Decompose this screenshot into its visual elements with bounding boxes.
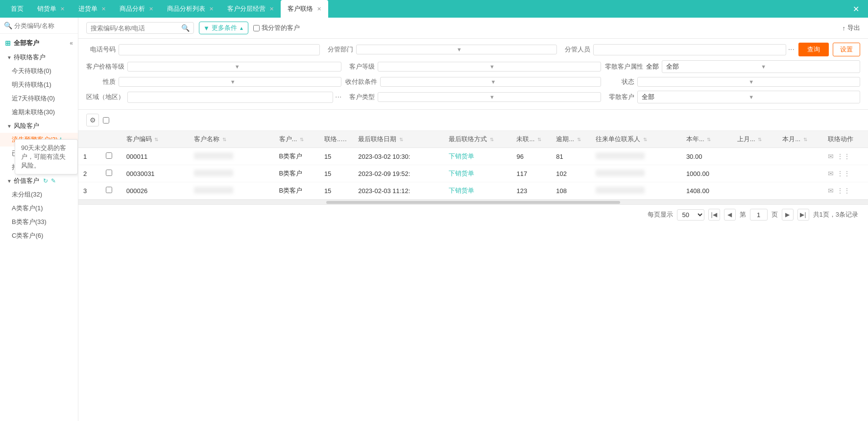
- dept-select[interactable]: ▼: [356, 45, 557, 54]
- person-dots-icon[interactable]: ···: [788, 45, 795, 54]
- sidebar-item-class-c[interactable]: C类客户(6): [0, 229, 78, 243]
- th-overdue[interactable]: 逾期... ⇅: [551, 131, 591, 148]
- action-contact-icon-2[interactable]: ✉: [828, 187, 834, 195]
- sort-this-month-icon[interactable]: ⇅: [803, 137, 807, 142]
- select-all-checkbox[interactable]: [103, 117, 109, 124]
- table-settings-button[interactable]: ⚙: [86, 114, 99, 126]
- customer-tier-select[interactable]: ▼: [378, 62, 601, 72]
- status-select[interactable]: ▼: [637, 77, 860, 87]
- sidebar-item-week[interactable]: 近7天待联络(0): [0, 92, 78, 105]
- close-analysis-icon[interactable]: ✕: [149, 6, 153, 12]
- sidebar-group-valued[interactable]: ▼ 价值客户 ↻ ✎: [0, 174, 78, 188]
- filter-search-icon[interactable]: 🔍: [181, 24, 190, 32]
- edit-valued-icon[interactable]: ✎: [51, 177, 56, 184]
- last-method-link-0[interactable]: 下销货单: [449, 152, 474, 160]
- th-this-month[interactable]: 本月... ⇅: [777, 131, 822, 148]
- more-conditions-button[interactable]: ▼ 更多条件 ▲: [199, 22, 248, 34]
- scroll-thumb[interactable]: [326, 201, 620, 204]
- collapse-sidebar-icon[interactable]: «: [70, 40, 73, 47]
- refresh-icon[interactable]: ↻: [43, 177, 48, 184]
- horizontal-scrollbar[interactable]: [78, 199, 868, 204]
- filter-bar: 🔍 ▼ 更多条件 ▲ 我分管的客户 ↑ 导出: [78, 18, 868, 39]
- next-page-button[interactable]: ▶: [782, 209, 794, 221]
- price-tier-select[interactable]: ▼: [127, 62, 341, 72]
- close-customer-contact-icon[interactable]: ✕: [317, 6, 321, 12]
- nav-tab-sales[interactable]: 销货单 ✕: [30, 0, 72, 18]
- sidebar-item-today[interactable]: 今天待联络(0): [0, 64, 78, 78]
- cell-name: [189, 182, 274, 199]
- sort-uncontacted-icon[interactable]: ⇅: [537, 137, 541, 142]
- close-customer-tier-icon[interactable]: ✕: [269, 6, 274, 12]
- nav-tab-customer-tier[interactable]: 客户分层经营 ✕: [220, 0, 281, 18]
- th-last-month[interactable]: 上月... ⇅: [732, 131, 777, 148]
- prev-page-button[interactable]: ◀: [724, 209, 736, 221]
- region-dots-icon[interactable]: ···: [335, 93, 341, 101]
- first-page-button[interactable]: |◀: [708, 209, 720, 221]
- row-checkbox-1[interactable]: [106, 170, 112, 176]
- export-button[interactable]: ↑ 导出: [843, 24, 861, 32]
- sidebar-search-input[interactable]: [14, 22, 74, 29]
- retail-select[interactable]: 全部 ▼: [637, 91, 860, 103]
- per-page-select[interactable]: 50 100 200: [677, 209, 704, 221]
- sidebar-group-risk[interactable]: ▼ 风险客户: [0, 119, 78, 133]
- sidebar-item-unsorted[interactable]: 未分组(32): [0, 188, 78, 201]
- th-category[interactable]: 客户... ⇅: [274, 131, 319, 148]
- phone-input[interactable]: [119, 44, 320, 55]
- my-customers-checkbox-label[interactable]: 我分管的客户: [253, 24, 300, 32]
- sort-last-date-icon[interactable]: ⇅: [399, 137, 403, 142]
- sort-category-icon[interactable]: ⇅: [300, 137, 304, 142]
- type-select[interactable]: ▼: [378, 92, 601, 102]
- th-uncontacted[interactable]: 未联... ⇅: [511, 131, 551, 148]
- action-more-icon-1[interactable]: ⋮⋮: [837, 170, 850, 177]
- th-checkbox: [101, 131, 121, 148]
- sidebar-item-tomorrow[interactable]: 明天待联络(1): [0, 78, 78, 92]
- last-page-button[interactable]: ▶|: [797, 209, 809, 221]
- nav-tab-purchase[interactable]: 进货单 ✕: [72, 0, 113, 18]
- my-customers-checkbox[interactable]: [253, 25, 260, 31]
- sidebar-item-overdue[interactable]: 逾期未联络(30): [0, 105, 78, 119]
- all-customers-header[interactable]: ⊞ 全部客户 «: [0, 36, 78, 50]
- sidebar-item-class-b[interactable]: B类客户(33): [0, 215, 78, 229]
- row-checkbox-0[interactable]: [106, 152, 112, 159]
- sort-last-method-icon[interactable]: ⇅: [490, 137, 494, 142]
- th-unit-contact[interactable]: 往来单位联系人 ⇅: [591, 131, 681, 148]
- sort-name-icon[interactable]: ⇅: [222, 137, 226, 142]
- th-last-date[interactable]: 最后联络日期 ⇅: [353, 131, 444, 148]
- action-more-icon-0[interactable]: ⋮⋮: [837, 152, 850, 160]
- retail-attr-select[interactable]: 全部 ▼: [662, 60, 860, 73]
- sidebar-item-class-a[interactable]: A类客户(1): [0, 201, 78, 215]
- th-this-year[interactable]: 本年... ⇅: [681, 131, 732, 148]
- sort-overdue-icon[interactable]: ⇅: [577, 137, 581, 142]
- settings-button[interactable]: 设置: [833, 43, 860, 56]
- action-more-icon-2[interactable]: ⋮⋮: [837, 187, 850, 195]
- filter-search-input[interactable]: [91, 25, 181, 32]
- close-purchase-icon[interactable]: ✕: [101, 6, 106, 12]
- th-name[interactable]: 客户名称 ⇅: [189, 131, 274, 148]
- nav-tab-customer-contact[interactable]: 客户联络 ✕: [281, 0, 328, 18]
- sidebar-group-pending[interactable]: ▼ 待联络客户: [0, 50, 78, 64]
- current-page-input[interactable]: [750, 209, 768, 221]
- close-window-button[interactable]: ✕: [848, 4, 864, 14]
- payment-select[interactable]: ▼: [380, 77, 601, 87]
- sort-last-month-icon[interactable]: ⇅: [758, 137, 762, 142]
- query-button[interactable]: 查询: [798, 43, 829, 56]
- row-checkbox-2[interactable]: [106, 187, 112, 193]
- th-contacts[interactable]: 联络... ⇅: [319, 131, 353, 148]
- nav-tab-analysis[interactable]: 商品分析 ✕: [113, 0, 160, 18]
- action-contact-icon-0[interactable]: ✉: [828, 152, 834, 160]
- nature-select[interactable]: ▼: [119, 77, 341, 87]
- nav-tab-home[interactable]: 首页: [4, 0, 30, 18]
- last-method-link-1[interactable]: 下销货单: [449, 170, 474, 177]
- sort-this-year-icon[interactable]: ⇅: [707, 137, 711, 142]
- action-contact-icon-1[interactable]: ✉: [828, 170, 834, 177]
- th-code[interactable]: 客户编码 ⇅: [121, 131, 190, 148]
- nav-tab-analysis-list[interactable]: 商品分析列表 ✕: [160, 0, 220, 18]
- person-input[interactable]: [593, 44, 786, 55]
- close-analysis-list-icon[interactable]: ✕: [209, 6, 214, 12]
- sort-unit-contact-icon[interactable]: ⇅: [643, 137, 647, 142]
- region-input[interactable]: [127, 92, 333, 103]
- sort-code-icon[interactable]: ⇅: [154, 137, 158, 142]
- last-method-link-2[interactable]: 下销货单: [449, 187, 474, 194]
- th-last-method[interactable]: 最后联络方式 ⇅: [444, 131, 512, 148]
- close-sales-icon[interactable]: ✕: [60, 6, 65, 12]
